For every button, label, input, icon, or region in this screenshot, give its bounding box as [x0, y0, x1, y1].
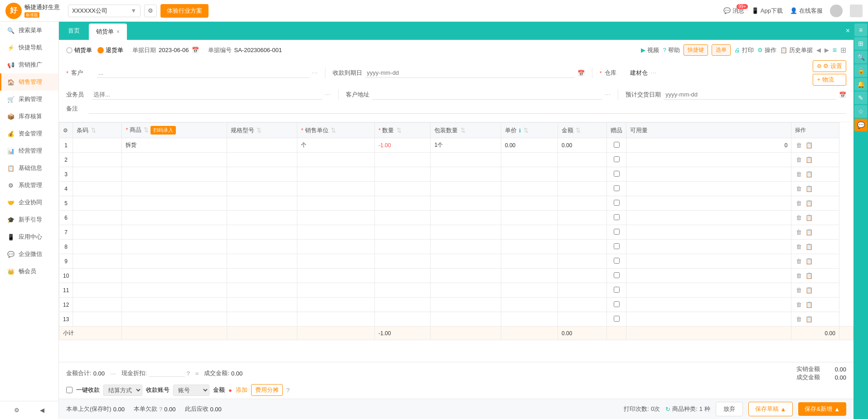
cell-product[interactable]: [122, 211, 227, 225]
tab-home[interactable]: 首页: [59, 22, 89, 40]
cell-quantity[interactable]: [375, 182, 431, 196]
refresh-icon[interactable]: ↻: [665, 406, 670, 413]
cell-gift[interactable]: [607, 225, 626, 240]
message-button[interactable]: 💬 消息 99+: [723, 7, 744, 15]
save-new-dropdown-icon[interactable]: ▲: [834, 406, 840, 413]
delete-row-button[interactable]: 🗑: [795, 228, 803, 236]
sidebar-item-member[interactable]: 👑 畅会员: [0, 263, 58, 280]
prev-record-button[interactable]: ◀: [816, 47, 821, 53]
cell-quantity[interactable]: [375, 312, 431, 327]
sales-order-radio[interactable]: 销货单: [66, 46, 92, 54]
copy-row-button[interactable]: 📋: [805, 141, 814, 149]
cell-quantity[interactable]: [375, 240, 431, 254]
copy-row-button[interactable]: 📋: [805, 315, 814, 323]
cell-gift[interactable]: [607, 298, 626, 312]
cell-quantity[interactable]: [375, 196, 431, 211]
sidebar-item-apps[interactable]: 📱 应用中心: [0, 228, 58, 246]
tab-bar-close-button[interactable]: ×: [846, 27, 850, 35]
cell-gift[interactable]: [607, 211, 626, 225]
warehouse-dots-button[interactable]: ···: [650, 69, 656, 77]
sidebar-item-finance[interactable]: 💰 资金管理: [0, 125, 58, 142]
delete-row-button[interactable]: 🗑: [795, 170, 803, 178]
select-order-button[interactable]: 选单: [712, 44, 731, 56]
date-calendar-icon[interactable]: 📅: [192, 47, 199, 53]
delete-row-button[interactable]: 🗑: [795, 213, 803, 222]
history-button[interactable]: 📋 历史单据: [780, 46, 813, 54]
cell-product[interactable]: [122, 225, 227, 240]
cell-product[interactable]: [122, 298, 227, 312]
sidebar-settings-button[interactable]: ⚙: [12, 405, 21, 415]
cell-quantity[interactable]: [375, 225, 431, 240]
address-dots-button[interactable]: ···: [605, 91, 611, 99]
sidebar-item-newbie[interactable]: 🎓 新手引导: [0, 211, 58, 228]
cell-product[interactable]: [122, 167, 227, 182]
abandon-button[interactable]: 放弃: [716, 402, 743, 416]
cell-product[interactable]: [122, 312, 227, 327]
scan-button[interactable]: 扫码录入: [150, 126, 176, 135]
gift-checkbox[interactable]: [614, 316, 620, 322]
delete-row-button[interactable]: 🗑: [795, 155, 803, 164]
sidebar-item-basic[interactable]: 📋 基础信息: [0, 159, 58, 177]
payment-due-calendar-icon[interactable]: 📅: [577, 70, 585, 77]
right-panel-btn-4[interactable]: 🔔: [854, 78, 867, 91]
company-selector[interactable]: XXXXXX公司 ▼: [68, 5, 141, 17]
sidebar-item-inventory[interactable]: 📦 库存核算: [0, 108, 58, 125]
copy-row-button[interactable]: 📋: [805, 300, 814, 309]
copy-row-button[interactable]: 📋: [805, 286, 814, 294]
cell-unit-price[interactable]: [501, 211, 558, 225]
cell-quantity[interactable]: [375, 254, 431, 269]
user-menu-button[interactable]: [850, 5, 863, 17]
sidebar-item-operations[interactable]: 📊 经营管理: [0, 142, 58, 159]
copy-row-button[interactable]: 📋: [805, 228, 814, 236]
save-draft-dropdown-icon[interactable]: ▲: [781, 406, 786, 413]
right-panel-btn-2[interactable]: 🔍: [854, 51, 867, 63]
amount-sort-icon[interactable]: ⇅: [576, 127, 581, 134]
customer-dots-button[interactable]: ···: [312, 69, 318, 77]
payment-account-select[interactable]: 账号: [173, 385, 209, 396]
cell-unit-price[interactable]: [501, 153, 558, 167]
copy-row-button[interactable]: 📋: [805, 155, 814, 164]
right-panel-btn-1[interactable]: ⊞: [854, 37, 867, 50]
list-view-button[interactable]: ≡: [833, 46, 837, 54]
delete-row-button[interactable]: 🗑: [795, 271, 803, 280]
return-order-radio[interactable]: 退货单: [97, 46, 123, 54]
price-info-icon[interactable]: ℹ: [519, 128, 521, 133]
delivery-date-input[interactable]: [664, 90, 836, 100]
cell-gift[interactable]: [607, 138, 626, 153]
payment-due-input[interactable]: [365, 68, 574, 78]
cash-discount-input[interactable]: [149, 370, 185, 377]
expense-help-icon[interactable]: ?: [286, 387, 290, 394]
cell-unit-price[interactable]: 0.00: [501, 138, 558, 153]
shortcut-button[interactable]: 快捷键: [684, 44, 708, 56]
cell-unit-price[interactable]: [501, 298, 558, 312]
product-sort-icon[interactable]: ⇅: [144, 126, 149, 133]
cell-product[interactable]: [122, 153, 227, 167]
pack-sort-icon[interactable]: ⇅: [461, 127, 466, 134]
settings-side-button[interactable]: ⚙ ⚙ 设置: [813, 60, 846, 72]
gift-checkbox[interactable]: [614, 301, 620, 307]
cell-unit-price[interactable]: [501, 312, 558, 327]
right-panel-btn-3[interactable]: 🔒: [854, 64, 867, 77]
cell-product[interactable]: [122, 254, 227, 269]
qty-sort-icon[interactable]: ⇅: [397, 127, 402, 134]
sidebar-item-enterprise[interactable]: 🤝 企业协同: [0, 194, 58, 211]
unit-sort-icon[interactable]: ⇅: [331, 127, 336, 134]
cell-quantity[interactable]: [375, 211, 431, 225]
gift-checkbox[interactable]: [614, 200, 620, 206]
copy-row-button[interactable]: 📋: [805, 213, 814, 222]
sidebar-collapse-button[interactable]: ◀: [38, 405, 46, 415]
cell-quantity[interactable]: [375, 269, 431, 283]
gift-checkbox[interactable]: [614, 287, 620, 293]
cell-gift[interactable]: [607, 167, 626, 182]
gift-checkbox[interactable]: [614, 171, 620, 177]
tab-sales-order[interactable]: 销货单 ×: [89, 24, 127, 40]
settings-button[interactable]: ⚙: [144, 5, 157, 17]
customer-address-input[interactable]: [372, 90, 602, 100]
copy-row-button[interactable]: 📋: [805, 184, 814, 193]
help-button[interactable]: ? 帮助: [663, 46, 679, 54]
sidebar-item-quicknav[interactable]: ⚡ 快捷导航: [0, 39, 58, 56]
gift-checkbox[interactable]: [614, 258, 620, 264]
copy-row-button[interactable]: 📋: [805, 170, 814, 178]
grid-view-button[interactable]: ⊞: [840, 46, 846, 54]
actions-button[interactable]: ⚙ 操作: [757, 46, 776, 54]
